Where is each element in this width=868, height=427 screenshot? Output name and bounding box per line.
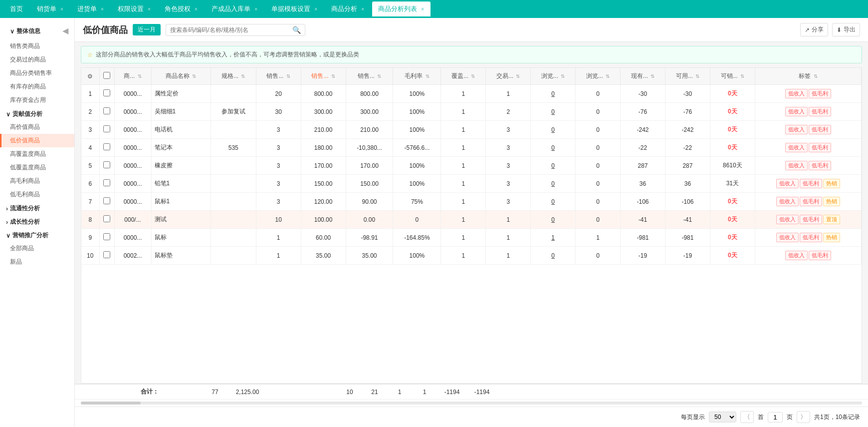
filter-period-button[interactable]: 近一月: [133, 24, 161, 35]
sidebar-item-high-coverage[interactable]: 高覆盖度商品: [0, 147, 74, 161]
row-checkbox[interactable]: [99, 157, 114, 175]
next-page-button[interactable]: 〉: [797, 411, 810, 423]
row-select-checkbox[interactable]: [103, 107, 110, 114]
nav-product-analysis-list[interactable]: 商品分析列表 ×: [372, 1, 430, 16]
row-select-checkbox[interactable]: [103, 161, 110, 168]
nav-home[interactable]: 首页: [4, 1, 29, 16]
row-checkbox[interactable]: [99, 85, 114, 103]
gross-margin-column-header[interactable]: 毛利率 ⇅: [393, 68, 441, 85]
nav-permissions[interactable]: 权限设置 ×: [112, 1, 157, 16]
row-name[interactable]: 电话机: [151, 121, 211, 139]
row-select-checkbox[interactable]: [103, 233, 110, 240]
row-select-checkbox[interactable]: [103, 251, 110, 258]
row-name[interactable]: 吴细细1: [151, 103, 211, 121]
row-view1[interactable]: 0: [531, 211, 576, 229]
close-purchase-icon[interactable]: ×: [101, 6, 104, 12]
row-view1[interactable]: 0: [531, 103, 576, 121]
first-page-button[interactable]: 〈: [740, 411, 754, 423]
name-column-header[interactable]: 商品名称 ⇅: [151, 68, 211, 85]
checkbox-column-header[interactable]: [99, 68, 114, 85]
row-name[interactable]: 鼠标垫: [151, 247, 211, 265]
tags-column-header[interactable]: 标签 ⇅: [755, 68, 861, 85]
row-name[interactable]: 属性定价: [151, 85, 211, 103]
row-select-checkbox[interactable]: [103, 197, 110, 204]
sidebar-section-circulation[interactable]: › 流通性分析: [0, 201, 74, 215]
sidebar-item-traded-products[interactable]: 交易过的商品: [0, 53, 74, 66]
row-name[interactable]: 鼠标: [151, 229, 211, 247]
row-view1[interactable]: 0: [531, 157, 576, 175]
nav-purchase[interactable]: 进货单 ×: [71, 1, 110, 16]
row-select-checkbox[interactable]: [103, 143, 110, 150]
row-select-checkbox[interactable]: [103, 179, 110, 186]
export-button[interactable]: ⬇ 导出: [832, 23, 860, 36]
sidebar-section-overall[interactable]: ∨ 整体信息: [4, 24, 46, 37]
nav-product-entry[interactable]: 产成品入库单 ×: [206, 1, 263, 16]
horizontal-scrollbar[interactable]: [75, 399, 868, 407]
nav-roles[interactable]: 角色授权 ×: [159, 1, 204, 16]
sidebar-item-high-margin[interactable]: 高毛利商品: [0, 174, 74, 188]
row-name[interactable]: 橡皮擦: [151, 157, 211, 175]
row-view1[interactable]: 0: [531, 175, 576, 193]
available-column-header[interactable]: 可用... ⇅: [665, 68, 710, 85]
row-name[interactable]: 鼠标1: [151, 193, 211, 211]
sidebar-collapse-button[interactable]: ◀: [60, 24, 70, 37]
scrollbar-thumb[interactable]: [81, 402, 141, 405]
row-view1[interactable]: 0: [531, 139, 576, 157]
search-input[interactable]: [170, 26, 290, 33]
row-select-checkbox[interactable]: [103, 215, 110, 222]
sellable-column-header[interactable]: 可销... ⇅: [710, 68, 755, 85]
sales-profit-column-header[interactable]: 销售... ⇅: [346, 68, 393, 85]
row-name[interactable]: 铅笔1: [151, 175, 211, 193]
share-button[interactable]: ↗ 分享: [800, 23, 828, 36]
close-product-entry-icon[interactable]: ×: [254, 6, 257, 12]
sidebar-item-stocked-products[interactable]: 有库存的商品: [0, 80, 74, 93]
sidebar-item-low-margin[interactable]: 低毛利商品: [0, 188, 74, 201]
page-size-select[interactable]: 50 100 200: [709, 412, 736, 423]
nav-sales[interactable]: 销货单 ×: [31, 1, 69, 16]
settings-icon[interactable]: ⚙: [87, 73, 93, 80]
sidebar-item-all-products[interactable]: 全部商品: [0, 242, 74, 255]
sales-qty-column-header[interactable]: 销售... ⇅: [256, 68, 301, 85]
row-checkbox[interactable]: [99, 139, 114, 157]
coverage-column-header[interactable]: 覆盖... ⇅: [441, 68, 486, 85]
row-checkbox[interactable]: [99, 229, 114, 247]
view1-column-header[interactable]: 浏览... ⇅: [531, 68, 576, 85]
nav-product-analysis[interactable]: 商品分析 ×: [325, 1, 370, 16]
current-stock-column-header[interactable]: 现有... ⇅: [621, 68, 665, 85]
close-permissions-icon[interactable]: ×: [148, 6, 151, 12]
trade-column-header[interactable]: 交易... ⇅: [486, 68, 531, 85]
row-view1[interactable]: 0: [531, 247, 576, 265]
sidebar-item-high-value[interactable]: 高价值商品: [0, 120, 74, 134]
row-checkbox[interactable]: [99, 103, 114, 121]
sidebar-section-marketing[interactable]: ∨ 营销推广分析: [0, 228, 74, 242]
row-checkbox[interactable]: [99, 175, 114, 193]
sidebar-item-sales-products[interactable]: 销售类商品: [0, 39, 74, 53]
nav-template[interactable]: 单据模板设置 ×: [265, 1, 323, 16]
row-select-checkbox[interactable]: [103, 89, 110, 96]
close-list-icon[interactable]: ×: [421, 6, 424, 12]
row-checkbox[interactable]: [99, 193, 114, 211]
close-roles-icon[interactable]: ×: [195, 6, 198, 12]
row-select-checkbox[interactable]: [103, 125, 110, 132]
close-sales-icon[interactable]: ×: [60, 6, 63, 12]
row-view1[interactable]: 0: [531, 85, 576, 103]
search-icon[interactable]: 🔍: [292, 26, 301, 34]
row-checkbox[interactable]: [99, 211, 114, 229]
settings-column-header[interactable]: ⚙: [81, 68, 99, 85]
spec-column-header[interactable]: 规格... ⇅: [211, 68, 256, 85]
close-template-icon[interactable]: ×: [314, 6, 317, 12]
row-view1[interactable]: 0: [531, 121, 576, 139]
sidebar-item-category-sales-rate[interactable]: 商品分类销售率: [0, 66, 74, 80]
sidebar-item-new-products[interactable]: 新品: [0, 255, 74, 269]
row-name[interactable]: 测试: [151, 211, 211, 229]
sidebar-section-contribution[interactable]: ∨ 贡献值分析: [0, 107, 74, 120]
sidebar-section-growth[interactable]: › 成长性分析: [0, 215, 74, 228]
sidebar-item-low-coverage[interactable]: 低覆盖度商品: [0, 161, 74, 174]
page-number-input[interactable]: [768, 412, 783, 423]
code-column-header[interactable]: 商... ⇅: [114, 68, 151, 85]
row-view1[interactable]: 1: [531, 229, 576, 247]
sales-amt-column-header[interactable]: 销售... ⇅: [301, 68, 346, 85]
sidebar-item-stock-capital[interactable]: 库存资金占用: [0, 93, 74, 107]
row-name[interactable]: 笔记本: [151, 139, 211, 157]
sidebar-item-low-value[interactable]: 低价值商品: [0, 134, 74, 147]
